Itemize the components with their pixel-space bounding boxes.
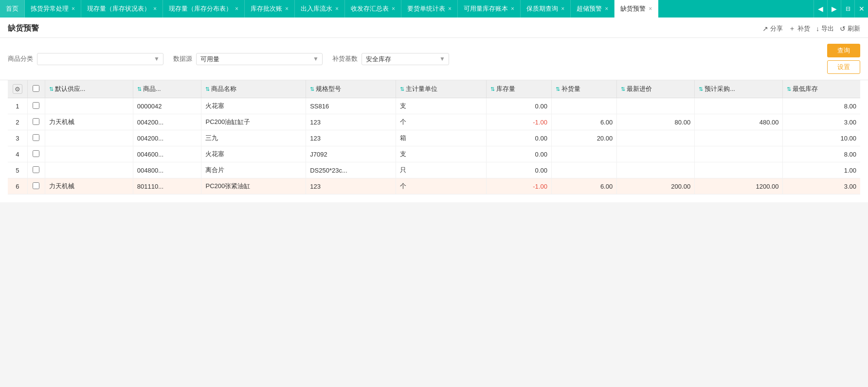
datasource-filter-label: 数据源	[173, 54, 192, 63]
tab-label-abnormal: 拣货异常处理	[31, 4, 69, 13]
tab-close-abnormal[interactable]: ×	[72, 5, 75, 12]
replenish-base-select[interactable]: 安全库存 最低库存	[362, 53, 449, 65]
cell-estimated_purchase-4	[695, 162, 783, 178]
page-header: 缺货预警 ↗分享＋补货↓导出↺刷新	[0, 18, 868, 38]
tab-prev-button[interactable]: ◀	[814, 0, 827, 18]
sort-icon-estimated_purchase: ⇅	[699, 86, 703, 92]
cell-min_stock-3: 8.00	[783, 146, 860, 162]
settings-button[interactable]: 设置	[827, 60, 860, 74]
cell-latest_price-2	[617, 130, 695, 146]
category-select[interactable]	[37, 53, 163, 65]
tab-close-inventory-status[interactable]: ×	[153, 5, 157, 12]
cell-stock_qty-4: 0.00	[486, 162, 551, 178]
tab-item-abnormal[interactable]: 拣货异常处理×	[25, 0, 81, 18]
replenish-base-filter-group: 补货基数 安全库存 最低库存 ▼	[332, 53, 449, 65]
cell-num-1: 2	[8, 114, 27, 130]
cell-spec-0: SS816	[306, 98, 396, 114]
cell-product_name-2: 三九	[201, 130, 306, 146]
col-header-spec[interactable]: ⇅规格型号	[306, 80, 396, 98]
cell-product_name-4: 离合片	[201, 162, 306, 178]
tab-close-all-button[interactable]: ✕	[854, 0, 868, 18]
tab-next-button[interactable]: ▶	[827, 0, 841, 18]
tab-close-inout-flow[interactable]: ×	[335, 5, 339, 12]
tab-item-available-ledger[interactable]: 可用量库存账本×	[458, 0, 521, 18]
tab-item-expiry[interactable]: 保质期查询×	[521, 0, 571, 18]
tab-close-shortage[interactable]: ×	[649, 5, 652, 12]
row-checkbox-5[interactable]	[33, 182, 39, 189]
cell-default_supplier-5: 力天机械	[45, 178, 133, 194]
table-settings-icon[interactable]: ⚙	[13, 84, 22, 94]
query-button[interactable]: 查询	[827, 44, 860, 57]
col-header-latest_price[interactable]: ⇅最新进价	[617, 80, 695, 98]
cell-estimated_purchase-3	[695, 146, 783, 162]
tab-item-shortage[interactable]: 缺货预警×	[615, 0, 658, 18]
sort-icon-product_code: ⇅	[137, 86, 142, 92]
tab-item-demand-stats[interactable]: 要货单统计表×	[401, 0, 458, 18]
cell-min_stock-0: 8.00	[783, 98, 860, 114]
tab-close-receipt-summary[interactable]: ×	[392, 5, 395, 12]
share-button[interactable]: ↗分享	[762, 24, 783, 33]
tab-label-inventory-dist: 现存量（库存分布表）	[169, 4, 232, 13]
col-label-default_supplier: 默认供应...	[55, 85, 86, 92]
export-button[interactable]: ↓导出	[816, 24, 834, 33]
cell-replenish_qty-1: 6.00	[551, 114, 616, 130]
row-checkbox-3[interactable]	[33, 150, 39, 157]
select-all-checkbox[interactable]	[33, 85, 39, 92]
row-checkbox-4[interactable]	[33, 166, 39, 173]
cell-replenish_qty-3	[551, 146, 616, 162]
cell-spec-1: 123	[306, 114, 396, 130]
cell-num-3: 4	[8, 146, 27, 162]
row-checkbox-1[interactable]	[33, 118, 39, 125]
tab-item-inout-flow[interactable]: 出入库流水×	[295, 0, 345, 18]
cell-default_supplier-3	[45, 146, 133, 162]
tab-close-overstock[interactable]: ×	[605, 5, 608, 12]
row-checkbox-2[interactable]	[33, 134, 39, 141]
sort-icon-spec: ⇅	[310, 86, 314, 92]
cell-product_code-4: 004800...	[133, 162, 201, 178]
table-row: 4004600...火花塞J7092支0.008.00	[8, 146, 860, 162]
datasource-select[interactable]: 可用量 库存量	[196, 53, 323, 65]
col-header-product_code[interactable]: ⇅商品...	[133, 80, 201, 98]
tab-close-demand-stats[interactable]: ×	[448, 5, 452, 12]
cell-check-2	[27, 130, 45, 146]
tab-item-overstock[interactable]: 超储预警×	[571, 0, 615, 18]
tab-close-expiry[interactable]: ×	[561, 5, 564, 12]
cell-stock_qty-3: 0.00	[486, 146, 551, 162]
tab-item-receipt-summary[interactable]: 收发存汇总表×	[345, 0, 401, 18]
col-header-check	[27, 80, 45, 98]
tab-close-batch-account[interactable]: ×	[285, 5, 289, 12]
cell-check-0	[27, 98, 45, 114]
table-row: 5004800...离合片DS250*23c...只0.001.00	[8, 162, 860, 178]
tab-label-shortage: 缺货预警	[620, 4, 646, 13]
col-header-default_supplier[interactable]: ⇅默认供应...	[45, 80, 133, 98]
col-header-replenish_qty[interactable]: ⇅补货量	[551, 80, 616, 98]
cell-stock_qty-0: 0.00	[486, 98, 551, 114]
col-header-unit[interactable]: ⇅主计量单位	[396, 80, 487, 98]
cell-unit-4: 只	[396, 162, 487, 178]
category-select-wrapper: ▼	[37, 53, 163, 65]
tab-controls: ◀ ▶ ⊟ ✕	[814, 0, 868, 18]
row-checkbox-0[interactable]	[33, 102, 39, 109]
tab-close-available-ledger[interactable]: ×	[511, 5, 514, 12]
refresh-button[interactable]: ↺刷新	[840, 24, 860, 33]
col-header-estimated_purchase[interactable]: ⇅预计采购...	[695, 80, 783, 98]
cell-product_code-5: 801110...	[133, 178, 201, 194]
col-header-settings: ⚙	[8, 80, 27, 98]
datasource-select-wrapper: 可用量 库存量 ▼	[196, 53, 323, 65]
tab-menu-button[interactable]: ⊟	[841, 0, 854, 18]
col-header-stock_qty[interactable]: ⇅库存量	[486, 80, 551, 98]
sort-icon-latest_price: ⇅	[621, 86, 625, 92]
table-row: 3004200...三九123箱0.0020.0010.00	[8, 130, 860, 146]
sort-icon-unit: ⇅	[400, 86, 404, 92]
col-header-product_name[interactable]: ⇅商品名称	[201, 80, 306, 98]
filter-actions: 查询 设置	[827, 44, 860, 74]
replenish-button[interactable]: ＋补货	[789, 24, 810, 33]
tab-item-inventory-status[interactable]: 现存量（库存状况表）×	[81, 0, 163, 18]
cell-min_stock-2: 10.00	[783, 130, 860, 146]
tab-item-inventory-dist[interactable]: 现存量（库存分布表）×	[163, 0, 245, 18]
col-header-min_stock[interactable]: ⇅最低库存	[783, 80, 860, 98]
tab-item-home[interactable]: 首页	[0, 0, 25, 18]
tab-close-inventory-dist[interactable]: ×	[235, 5, 238, 12]
tab-item-batch-account[interactable]: 库存批次账×	[245, 0, 295, 18]
tab-label-demand-stats: 要货单统计表	[407, 4, 445, 13]
